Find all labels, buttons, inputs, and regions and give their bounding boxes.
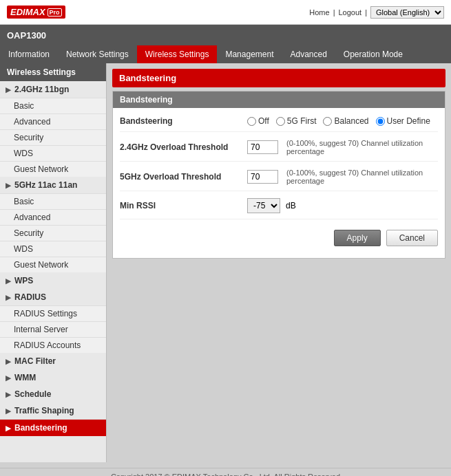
sidebar-traffic-label: Traffic Shaping: [14, 406, 74, 415]
content-body: Bandsteering Off 5G First Balanced: [113, 108, 445, 258]
sidebar-item-security-5[interactable]: Security: [0, 225, 106, 241]
threshold-24-control: (0-100%, suggest 70) Channel utilization…: [247, 139, 438, 155]
sidebar-title: Wireless Settings: [0, 63, 106, 81]
nav-operation-mode[interactable]: Operation Mode: [335, 45, 411, 63]
sidebar-item-radius-accounts[interactable]: RADIUS Accounts: [0, 337, 106, 353]
sidebar-item-wds-5[interactable]: WDS: [0, 241, 106, 257]
sidebar-item-schedule[interactable]: ▶ Schedule: [0, 386, 106, 402]
apply-button[interactable]: Apply: [334, 230, 381, 246]
separator-2: |: [365, 8, 367, 17]
device-model: OAP1300: [7, 30, 46, 41]
cancel-button[interactable]: Cancel: [386, 230, 438, 246]
sidebar-section-5ghz[interactable]: ▶ 5GHz 11ac 11an: [0, 177, 106, 193]
radio-5g-first[interactable]: 5G First: [276, 116, 317, 126]
sidebar-item-guest-5[interactable]: Guest Network: [0, 257, 106, 272]
sidebar-section-24ghz-label: 2.4GHz 11bgn: [14, 85, 69, 94]
radio-user-define-label: User Define: [387, 116, 430, 126]
sidebar-radius-label: RADIUS: [14, 292, 46, 302]
radio-balanced-label: Balanced: [334, 116, 368, 126]
arrow-icon-schedule: ▶: [6, 391, 11, 398]
radio-user-define[interactable]: User Define: [376, 116, 430, 126]
threshold-24-hint: (0-100%, suggest 70) Channel utilization…: [286, 139, 438, 155]
arrow-icon-bandsteering: ▶: [6, 424, 11, 432]
home-link[interactable]: Home: [309, 8, 329, 17]
sidebar-item-basic-5[interactable]: Basic: [0, 193, 106, 209]
sidebar-item-radius[interactable]: ▶ RADIUS: [0, 289, 106, 305]
main-nav: Information Network Settings Wireless Se…: [0, 45, 451, 63]
edimax-logo: EDIMAX Pro: [7, 6, 65, 19]
nav-network-settings[interactable]: Network Settings: [58, 45, 137, 63]
sidebar-wps-label: WPS: [14, 276, 33, 285]
sidebar-bandsteering-label: Bandsteering: [14, 423, 67, 433]
min-rssi-select[interactable]: -75 -70 -65 -60 -55 -50 -80 -85: [247, 198, 280, 213]
radio-user-define-input[interactable]: [376, 117, 385, 126]
sidebar-item-internal-server[interactable]: Internal Server: [0, 321, 106, 337]
nav-advanced[interactable]: Advanced: [282, 45, 335, 63]
page-heading: Bandsteering: [112, 69, 445, 87]
sidebar-mac-label: MAC Filter: [14, 356, 56, 366]
min-rssi-control: -75 -70 -65 -60 -55 -50 -80 -85 dB: [247, 198, 438, 213]
top-bar: EDIMAX Pro Home | Logout | Global (Engli…: [0, 0, 451, 25]
sidebar-item-traffic-shaping[interactable]: ▶ Traffic Shaping: [0, 402, 106, 419]
arrow-icon-24ghz: ▶: [6, 86, 11, 94]
sidebar-section-24ghz[interactable]: ▶ 2.4GHz 11bgn: [0, 81, 106, 98]
threshold-5-row: 5GHz Overload Threshold (0-100%, suggest…: [120, 169, 438, 191]
threshold-5-input[interactable]: [247, 170, 278, 184]
threshold-24-row: 2.4GHz Overload Threshold (0-100%, sugge…: [120, 139, 438, 162]
sidebar-item-advanced-5[interactable]: Advanced: [0, 209, 106, 225]
threshold-5-label: 5GHz Overload Threshold: [120, 172, 247, 182]
pro-badge: Pro: [48, 8, 62, 17]
sidebar-section-5ghz-label: 5GHz 11ac 11an: [14, 180, 77, 190]
main-content: Bandsteering Bandsteering Bandsteering O…: [107, 63, 451, 462]
threshold-5-hint: (0-100%, suggest 70) Channel utilization…: [286, 169, 438, 185]
footer: Copyright 2017 © EDIMAX Technology Co., …: [0, 468, 451, 476]
device-title-bar: OAP1300: [0, 25, 451, 45]
arrow-icon-5ghz: ▶: [6, 182, 11, 189]
content-box: Bandsteering Bandsteering Off 5G First: [112, 91, 445, 259]
logo-area: EDIMAX Pro: [7, 6, 65, 19]
bandsteering-label: Bandsteering: [120, 116, 247, 126]
footer-text: Copyright 2017 © EDIMAX Technology Co., …: [111, 473, 340, 476]
sidebar-item-advanced-24[interactable]: Advanced: [0, 113, 106, 129]
threshold-5-control: (0-100%, suggest 70) Channel utilization…: [247, 169, 438, 185]
logout-link[interactable]: Logout: [338, 8, 361, 17]
layout: Wireless Settings ▶ 2.4GHz 11bgn Basic A…: [0, 63, 451, 462]
min-rssi-unit: dB: [286, 201, 296, 210]
bandsteering-row: Bandsteering Off 5G First Balanced: [120, 116, 438, 132]
radio-balanced[interactable]: Balanced: [323, 116, 368, 126]
button-row: Apply Cancel: [120, 226, 438, 250]
separator-1: |: [333, 8, 335, 17]
radio-5g-first-label: 5G First: [287, 116, 317, 126]
arrow-icon-traffic: ▶: [6, 407, 11, 415]
bandsteering-options: Off 5G First Balanced User Define: [247, 116, 438, 126]
sidebar-item-basic-24[interactable]: Basic: [0, 98, 106, 113]
sidebar-item-bandsteering[interactable]: ▶ Bandsteering: [0, 419, 106, 436]
arrow-icon-wmm: ▶: [6, 374, 11, 382]
sidebar: Wireless Settings ▶ 2.4GHz 11bgn Basic A…: [0, 63, 107, 462]
radio-off[interactable]: Off: [247, 116, 269, 126]
nav-management[interactable]: Management: [217, 45, 282, 63]
threshold-24-label: 2.4GHz Overload Threshold: [120, 142, 247, 152]
sidebar-item-guest-24[interactable]: Guest Network: [0, 161, 106, 177]
radio-balanced-input[interactable]: [323, 117, 332, 126]
threshold-24-input[interactable]: [247, 140, 278, 154]
nav-information[interactable]: Information: [0, 45, 58, 63]
nav-wireless-settings[interactable]: Wireless Settings: [137, 45, 218, 63]
sidebar-item-radius-settings[interactable]: RADIUS Settings: [0, 305, 106, 321]
top-right-links: Home | Logout | Global (English): [309, 6, 444, 19]
sidebar-item-wmm[interactable]: ▶ WMM: [0, 369, 106, 386]
sidebar-item-wds-24[interactable]: WDS: [0, 145, 106, 161]
sidebar-item-mac-filter[interactable]: ▶ MAC Filter: [0, 353, 106, 369]
radio-off-label: Off: [258, 116, 269, 126]
min-rssi-row: Min RSSI -75 -70 -65 -60 -55 -50 -80 -85: [120, 198, 438, 219]
logo-text: EDIMAX: [10, 7, 45, 17]
arrow-icon-mac: ▶: [6, 358, 11, 365]
sidebar-item-security-24[interactable]: Security: [0, 129, 106, 145]
radio-5g-first-input[interactable]: [276, 117, 285, 126]
radio-off-input[interactable]: [247, 117, 256, 126]
sidebar-item-wps[interactable]: ▶ WPS: [0, 272, 106, 289]
sidebar-wmm-label: WMM: [14, 373, 36, 382]
sidebar-schedule-label: Schedule: [14, 389, 51, 399]
language-select[interactable]: Global (English): [370, 6, 444, 19]
arrow-icon-radius: ▶: [6, 294, 11, 301]
